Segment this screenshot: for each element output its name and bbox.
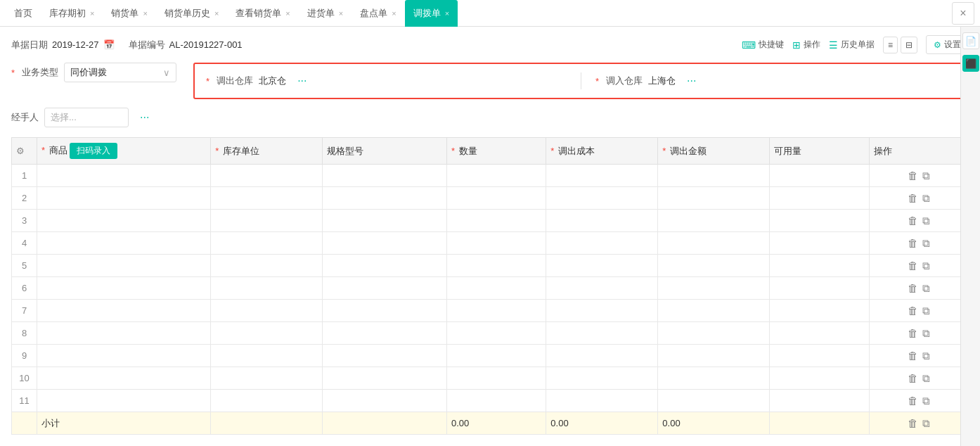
- cell-11-5[interactable]: [658, 390, 770, 412]
- cell-11-0[interactable]: [37, 390, 211, 412]
- cell-6-4[interactable]: [546, 277, 658, 300]
- cell-3-1[interactable]: [211, 210, 323, 232]
- tab-sales-order[interactable]: 销货单 ×: [103, 0, 155, 27]
- delete-icon-7[interactable]: 🗑: [908, 305, 918, 317]
- cell-3-6[interactable]: [770, 210, 869, 232]
- copy-icon-6[interactable]: ⧉: [922, 282, 930, 295]
- tab-close-inventory-init[interactable]: ×: [90, 9, 94, 18]
- cell-8-0[interactable]: [37, 322, 211, 345]
- cell-9-2[interactable]: [323, 345, 447, 367]
- cell-4-2[interactable]: [323, 232, 447, 255]
- in-warehouse-more-icon[interactable]: ···: [687, 75, 696, 87]
- agent-more-icon[interactable]: ···: [140, 111, 149, 124]
- cell-6-3[interactable]: [446, 277, 546, 300]
- cell-9-0[interactable]: [37, 345, 211, 367]
- cell-11-2[interactable]: [323, 390, 447, 412]
- cell-10-1[interactable]: [211, 367, 323, 390]
- cell-9-6[interactable]: [770, 345, 869, 367]
- cell-6-2[interactable]: [323, 277, 447, 300]
- tab-close-view-sales[interactable]: ×: [285, 9, 290, 18]
- copy-icon-9[interactable]: ⧉: [922, 350, 930, 362]
- copy-icon-8[interactable]: ⧉: [922, 327, 930, 340]
- subtotal-copy-icon[interactable]: ⧉: [922, 417, 930, 430]
- cell-7-6[interactable]: [770, 300, 869, 322]
- cell-7-0[interactable]: [37, 300, 211, 322]
- cell-6-6[interactable]: [770, 277, 869, 300]
- cell-8-3[interactable]: [446, 322, 546, 345]
- delete-icon-5[interactable]: 🗑: [908, 260, 918, 272]
- cell-11-4[interactable]: [546, 390, 658, 412]
- agent-select[interactable]: 选择...: [44, 108, 129, 127]
- cell-3-4[interactable]: [546, 210, 658, 232]
- cell-10-0[interactable]: [37, 367, 211, 390]
- cell-4-4[interactable]: [546, 232, 658, 255]
- cell-1-3[interactable]: [446, 165, 546, 187]
- copy-icon-7[interactable]: ⧉: [922, 305, 930, 317]
- cell-1-6[interactable]: [770, 165, 869, 187]
- cell-1-1[interactable]: [211, 165, 323, 187]
- cell-2-1[interactable]: [211, 187, 323, 210]
- cell-3-3[interactable]: [446, 210, 546, 232]
- cell-5-0[interactable]: [37, 255, 211, 277]
- tab-view-sales[interactable]: 查看销货单 ×: [227, 0, 298, 27]
- cell-2-4[interactable]: [546, 187, 658, 210]
- cell-9-4[interactable]: [546, 345, 658, 367]
- cell-8-1[interactable]: [211, 322, 323, 345]
- cell-1-4[interactable]: [546, 165, 658, 187]
- tab-close-transfer-order[interactable]: ×: [445, 9, 449, 18]
- tab-sales-history[interactable]: 销货单历史 ×: [156, 0, 227, 27]
- cell-7-4[interactable]: [546, 300, 658, 322]
- copy-icon-1[interactable]: ⧉: [922, 170, 930, 182]
- tab-inventory-init[interactable]: 库存期初 ×: [41, 0, 103, 27]
- cell-2-3[interactable]: [446, 187, 546, 210]
- tab-close-sales-order[interactable]: ×: [143, 9, 147, 18]
- date-value[interactable]: 2019-12-27: [52, 39, 99, 50]
- copy-icon-5[interactable]: ⧉: [922, 260, 930, 272]
- cell-3-5[interactable]: [658, 210, 770, 232]
- cell-9-1[interactable]: [211, 345, 323, 367]
- tab-purchase-order[interactable]: 进货单 ×: [299, 0, 352, 27]
- table-gear-icon[interactable]: ⚙: [16, 146, 25, 156]
- delete-icon-10[interactable]: 🗑: [908, 372, 918, 384]
- tab-close-inventory-check[interactable]: ×: [392, 9, 396, 18]
- layout-btn-2[interactable]: ⊟: [901, 37, 917, 53]
- tab-close-purchase-order[interactable]: ×: [339, 9, 343, 18]
- cell-4-6[interactable]: [770, 232, 869, 255]
- cell-10-6[interactable]: [770, 367, 869, 390]
- th-settings[interactable]: ⚙: [12, 138, 37, 165]
- cell-5-3[interactable]: [446, 255, 546, 277]
- out-warehouse-more-icon[interactable]: ···: [297, 75, 307, 87]
- cell-7-2[interactable]: [323, 300, 447, 322]
- cell-7-1[interactable]: [211, 300, 323, 322]
- tab-home[interactable]: 首页: [6, 0, 41, 27]
- cell-4-5[interactable]: [658, 232, 770, 255]
- tab-transfer-order[interactable]: 调拨单 ×: [405, 0, 458, 27]
- window-close-button[interactable]: ×: [952, 2, 974, 25]
- sidebar-doc-button[interactable]: 📄: [962, 32, 979, 49]
- copy-icon-2[interactable]: ⧉: [922, 192, 930, 205]
- cell-4-1[interactable]: [211, 232, 323, 255]
- cell-5-2[interactable]: [323, 255, 447, 277]
- cell-6-5[interactable]: [658, 277, 770, 300]
- cell-11-3[interactable]: [446, 390, 546, 412]
- cell-7-3[interactable]: [446, 300, 546, 322]
- delete-icon-8[interactable]: 🗑: [908, 327, 918, 339]
- cell-6-1[interactable]: [211, 277, 323, 300]
- sidebar-expand-button[interactable]: ⬛: [962, 55, 979, 72]
- delete-icon-11[interactable]: 🗑: [908, 395, 918, 407]
- cell-5-5[interactable]: [658, 255, 770, 277]
- cell-2-0[interactable]: [37, 187, 211, 210]
- scan-input-button[interactable]: 扫码录入: [70, 143, 117, 159]
- history-button[interactable]: ☰ 历史单据: [829, 39, 875, 51]
- tab-inventory-check[interactable]: 盘点单 ×: [352, 0, 404, 27]
- cell-5-1[interactable]: [211, 255, 323, 277]
- cell-8-2[interactable]: [323, 322, 447, 345]
- cell-9-5[interactable]: [658, 345, 770, 367]
- cell-11-1[interactable]: [211, 390, 323, 412]
- cell-8-6[interactable]: [770, 322, 869, 345]
- operations-button[interactable]: ⊞ 操作: [792, 39, 820, 51]
- cell-10-3[interactable]: [446, 367, 546, 390]
- copy-icon-10[interactable]: ⧉: [922, 372, 930, 385]
- cell-8-5[interactable]: [658, 322, 770, 345]
- cell-3-0[interactable]: [37, 210, 211, 232]
